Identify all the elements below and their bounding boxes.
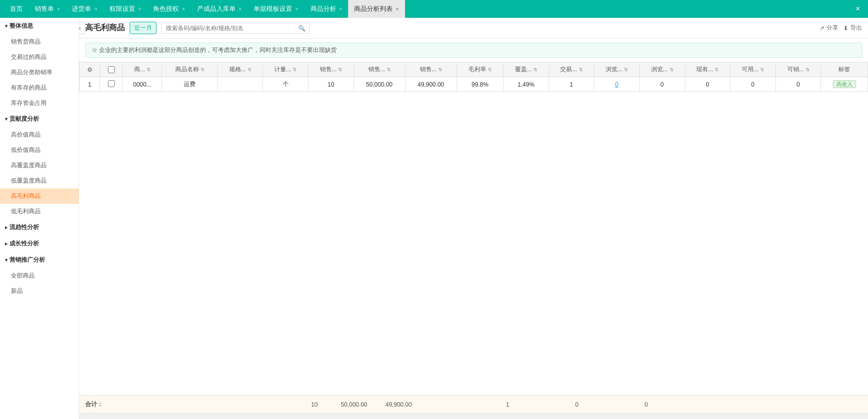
sidebar-item-4-0[interactable]: 全部商品 [0, 268, 79, 283]
sort-icon-name[interactable]: ⇅ [201, 67, 204, 72]
footer-cell-4 [233, 399, 267, 410]
cell-checkbox-0[interactable] [100, 77, 123, 92]
col-header-saleProfit[interactable]: 销售...⇅ [405, 62, 457, 77]
sidebar-group-2[interactable]: ▸流趋性分析 [0, 219, 79, 235]
nav-item-6[interactable]: 单据模板设置× [248, 0, 304, 18]
cell-spec-0 [217, 77, 263, 92]
sort-icon-browse2[interactable]: ⇅ [669, 67, 673, 72]
footer-cell-6: 10 [297, 399, 332, 410]
nav-close-6[interactable]: × [295, 6, 298, 12]
nav-close-1[interactable]: × [57, 6, 60, 12]
nav-item-4[interactable]: 角色授权× [147, 0, 191, 18]
sort-icon-spec[interactable]: ⇅ [248, 67, 252, 72]
sidebar-item-0-2[interactable]: 商品分类助销率 [0, 65, 79, 80]
col-header-code[interactable]: 商...⇅ [123, 62, 162, 77]
content-area: « 高毛利商品 近一月 🔍 ↗ 分享 ⬇ 导出 ☆ 企业的主要的利润都是这部分商… [79, 18, 868, 419]
row-checkbox[interactable] [108, 80, 115, 87]
share-button[interactable]: ↗ 分享 [819, 24, 838, 32]
sort-icon-saleAmount[interactable]: ⇅ [387, 67, 391, 72]
bottom-scrollbar[interactable] [79, 413, 868, 419]
col-header-current[interactable]: 现有...⇅ [685, 62, 730, 77]
sidebar-item-1-5[interactable]: 低毛利商品 [0, 204, 79, 219]
sidebar-group-label-1: 贡献度分析 [9, 115, 39, 123]
cell-available-0: 0 [730, 77, 776, 92]
sort-icon-transaction[interactable]: ⇅ [579, 67, 583, 72]
sidebar-item-0-3[interactable]: 有库存的商品 [0, 80, 79, 95]
col-header-grossMargin[interactable]: 毛利率⇅ [457, 62, 504, 77]
sidebar-group-3[interactable]: ▸成长性分析 [0, 235, 79, 252]
collapse-button[interactable]: « [79, 22, 85, 34]
col-header-browse2[interactable]: 浏览...⇅ [639, 62, 685, 77]
sidebar-item-1-0[interactable]: 高价值商品 [0, 127, 79, 142]
filter-recent-month[interactable]: 近一月 [130, 22, 156, 34]
nav-item-2[interactable]: 进货单× [66, 0, 103, 18]
sidebar: ▾整体信息销售货商品交易过的商品商品分类助销率有库存的商品库存资金占用▾贡献度分… [0, 18, 79, 419]
col-header-browse1[interactable]: 浏览...⇅ [594, 62, 640, 77]
sidebar-item-1-4[interactable]: 高毛利商品 [0, 188, 79, 204]
cell-index-0: 1 [80, 77, 100, 92]
sidebar-group-1[interactable]: ▾贡献度分析 [0, 111, 79, 127]
nav-item-3[interactable]: 权限设置× [103, 0, 147, 18]
select-all-checkbox[interactable] [108, 66, 115, 73]
nav-item-0[interactable]: 首页 [4, 0, 29, 18]
col-header-coverage[interactable]: 覆盖...⇅ [504, 62, 549, 77]
sidebar-item-1-3[interactable]: 低覆盖度商品 [0, 173, 79, 188]
col-header-transaction[interactable]: 交易...⇅ [549, 62, 594, 77]
settings-icon[interactable]: ⚙ [87, 66, 93, 73]
export-button[interactable]: ⬇ 导出 [843, 24, 862, 32]
sort-icon-coverage[interactable]: ⇅ [533, 67, 537, 72]
table-wrapper[interactable]: ⚙商...⇅商品名称⇅规格...⇅计量...⇅销售...⇅销售...⇅销售...… [79, 62, 868, 395]
nav-close-3[interactable]: × [138, 6, 141, 12]
sidebar-item-0-4[interactable]: 库存资金占用 [0, 95, 79, 111]
col-header-saleable[interactable]: 可销...⇅ [775, 62, 821, 77]
sort-icon-saleProfit[interactable]: ⇅ [438, 67, 442, 72]
sort-icon-grossMargin[interactable]: ⇅ [488, 67, 492, 72]
col-header-unit[interactable]: 计量...⇅ [263, 62, 308, 77]
footer-cells: 1050,000.0049,900.00100 [109, 399, 868, 410]
col-header-available[interactable]: 可用...⇅ [730, 62, 776, 77]
col-header-saleQty[interactable]: 销售...⇅ [308, 62, 354, 77]
footer-cell-0 [109, 399, 124, 410]
cell-saleProfit-0: 49,900.00 [405, 77, 457, 92]
nav-close-7[interactable]: × [339, 6, 342, 12]
sidebar-group-4[interactable]: ▾营销推广分析 [0, 252, 79, 268]
sort-icon-unit[interactable]: ⇅ [293, 67, 297, 72]
sidebar-item-4-1[interactable]: 新品 [0, 283, 79, 299]
nav-close-5[interactable]: × [239, 6, 242, 12]
sidebar-group-0[interactable]: ▾整体信息 [0, 18, 79, 34]
header-actions: ↗ 分享 ⬇ 导出 [819, 24, 862, 32]
cell-browse1-0[interactable]: 0 [594, 77, 640, 92]
sidebar-item-1-1[interactable]: 低价值商品 [0, 142, 79, 158]
sidebar-item-0-1[interactable]: 交易过的商品 [0, 49, 79, 65]
search-icon[interactable]: 🔍 [298, 25, 306, 32]
cell-saleQty-0: 10 [308, 77, 354, 92]
info-banner: ☆ 企业的主要的利润都是这部分商品创造的，可考虑加大推广，同时关注库存是不要出现… [85, 43, 862, 58]
nav-close-2[interactable]: × [94, 6, 97, 12]
cell-coverage-0: 1.49% [504, 77, 549, 92]
sort-icon-saleable[interactable]: ⇅ [806, 67, 810, 72]
nav-item-8[interactable]: 商品分析列表× [348, 0, 405, 18]
nav-close-4[interactable]: × [182, 6, 185, 12]
share-icon: ↗ [819, 25, 824, 32]
close-icon[interactable]: × [852, 4, 864, 13]
footer-cell-15: 0 [629, 399, 664, 410]
nav-close-8[interactable]: × [396, 6, 399, 12]
top-navigation: 首页销售单×进货单×权限设置×角色授权×产成品入库单×单据模板设置×商品分析×商… [0, 0, 868, 18]
col-header-saleAmount[interactable]: 销售...⇅ [354, 62, 405, 77]
sort-icon-browse1[interactable]: ⇅ [624, 67, 628, 72]
nav-item-7[interactable]: 商品分析× [305, 0, 348, 18]
sort-icon-current[interactable]: ⇅ [715, 67, 718, 72]
nav-item-5[interactable]: 产成品入库单× [191, 0, 248, 18]
sidebar-item-0-0[interactable]: 销售货商品 [0, 34, 79, 49]
search-input[interactable] [166, 25, 298, 32]
nav-item-1[interactable]: 销售单× [29, 0, 66, 18]
col-header-spec[interactable]: 规格...⇅ [217, 62, 263, 77]
col-header-settings: ⚙ [80, 62, 100, 77]
sidebar-group-label-4: 营销推广分析 [9, 256, 45, 264]
page-title: 高毛利商品 [85, 23, 125, 33]
col-header-name[interactable]: 商品名称⇅ [162, 62, 217, 77]
sort-icon-saleQty[interactable]: ⇅ [338, 67, 342, 72]
sort-icon-available[interactable]: ⇅ [760, 67, 764, 72]
sidebar-item-1-2[interactable]: 高覆盖度商品 [0, 158, 79, 173]
sort-icon-code[interactable]: ⇅ [147, 67, 151, 72]
